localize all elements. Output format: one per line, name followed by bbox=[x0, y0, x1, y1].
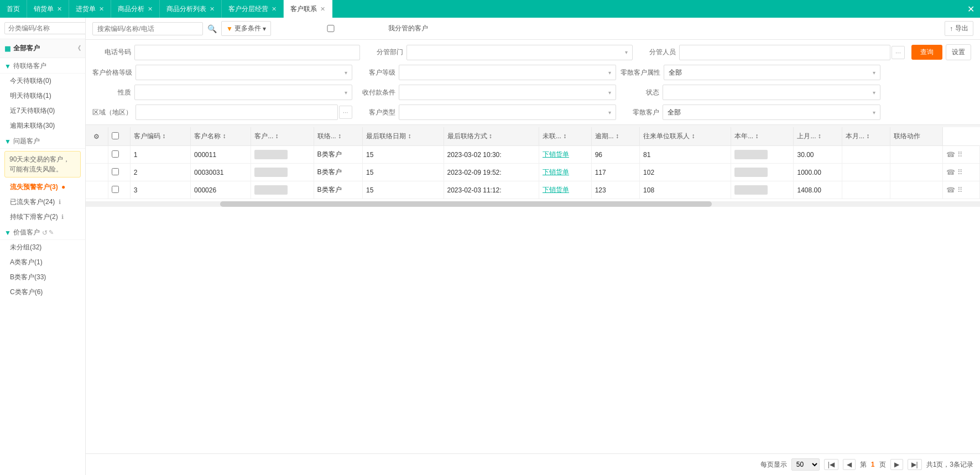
col-last-date[interactable]: 最后联络日期 ↕ bbox=[363, 127, 444, 146]
my-customers-check[interactable]: 我分管的客户 bbox=[275, 24, 428, 33]
row-last-date: 2023-02-03 11:12: bbox=[444, 181, 539, 199]
all-customers-header[interactable]: ▦ 全部客户 《 bbox=[0, 39, 85, 58]
col-last-method[interactable]: 最后联络方式 ↕ bbox=[444, 127, 539, 146]
more-conditions-btn[interactable]: ▼ 更多条件 ▾ bbox=[221, 21, 271, 36]
phone-input[interactable] bbox=[134, 45, 360, 60]
tab-customer-tier[interactable]: 客户分层经营 ✕ bbox=[222, 0, 284, 18]
region-ellipsis[interactable]: ··· bbox=[339, 106, 352, 119]
first-page-btn[interactable]: |◀ bbox=[824, 459, 838, 470]
sidebar-item-class-b[interactable]: B类客户(33) bbox=[0, 270, 85, 285]
col-settings[interactable]: ⚙ bbox=[86, 127, 108, 146]
col-overdue[interactable]: 逾期... ↕ bbox=[591, 127, 639, 146]
filter-zero-retail: 零散客户 全部 ▾ bbox=[621, 105, 880, 120]
manager-ellipsis[interactable]: ··· bbox=[892, 46, 905, 59]
action-more-icon[interactable]: ⠿ bbox=[957, 168, 963, 176]
tab-purchase-close[interactable]: ✕ bbox=[99, 6, 104, 13]
row-checkbox[interactable] bbox=[108, 164, 130, 181]
row-last-method[interactable]: 下销货单 bbox=[539, 181, 591, 199]
row-checkbox[interactable] bbox=[108, 181, 130, 199]
table-row: 1 000011 B类客户 15 2023-03-02 10:30: 下销货单 … bbox=[86, 146, 980, 164]
gender-select[interactable]: ▾ bbox=[134, 85, 352, 100]
filter-customer-type: 客户类型 ▾ bbox=[357, 105, 617, 120]
region-label: 区域（地区） bbox=[92, 108, 132, 117]
my-customers-checkbox[interactable] bbox=[275, 25, 386, 32]
col-last-month[interactable]: 上月... ↕ bbox=[794, 127, 842, 146]
zero-retail-select[interactable]: 全部 ▾ bbox=[663, 105, 880, 120]
customer-type-select[interactable]: ▾ bbox=[399, 105, 617, 120]
horizontal-scrollbar[interactable] bbox=[86, 201, 980, 207]
section-pending-contact[interactable]: ▼ 待联络客户 bbox=[0, 58, 85, 74]
tab-analysis-list[interactable]: 商品分析列表 ✕ bbox=[160, 0, 222, 18]
payment-select[interactable]: ▾ bbox=[399, 85, 617, 100]
tab-customer-contact[interactable]: 客户联系 ✕ bbox=[284, 0, 332, 18]
export-btn[interactable]: ↑ 导出 bbox=[945, 21, 973, 36]
row-last-method[interactable]: 下销货单 bbox=[539, 164, 591, 181]
sidebar-item-class-a[interactable]: A类客户(1) bbox=[0, 255, 85, 270]
row-this-month bbox=[890, 181, 943, 199]
col-checkbox[interactable] bbox=[108, 127, 130, 146]
section-problem-customers[interactable]: ▼ 问题客户 bbox=[0, 133, 85, 149]
filter-manager: 分管人员 ··· bbox=[637, 45, 905, 60]
sidebar-item-class-c[interactable]: C类客户(6) bbox=[0, 285, 85, 300]
query-button[interactable]: 查询 bbox=[911, 45, 942, 60]
col-this-year[interactable]: 本年... ↕ bbox=[731, 127, 794, 146]
prev-page-btn[interactable]: ◀ bbox=[843, 459, 856, 470]
action-phone-icon[interactable]: ☎ bbox=[946, 186, 955, 194]
tab-analysis-close[interactable]: ✕ bbox=[148, 6, 153, 13]
sidebar-item-declining[interactable]: 持续下滑客户(2) ℹ bbox=[0, 210, 85, 225]
row-checkbox[interactable] bbox=[108, 146, 130, 164]
col-name[interactable]: 客户名称 ↕ bbox=[191, 127, 251, 146]
tab-analysis-list-close[interactable]: ✕ bbox=[210, 6, 215, 13]
search-btn[interactable]: 🔍 bbox=[207, 24, 217, 33]
col-unit-contact[interactable]: 往来单位联系人 ↕ bbox=[640, 127, 731, 146]
row-last-method[interactable]: 下销货单 bbox=[539, 146, 591, 164]
col-contact[interactable]: 联络... ↕ bbox=[314, 127, 363, 146]
sidebar-item-ungrouped[interactable]: 未分组(32) bbox=[0, 240, 85, 255]
tab-sales-close[interactable]: ✕ bbox=[57, 6, 62, 13]
customer-level-select[interactable]: ▾ bbox=[399, 65, 617, 80]
action-phone-icon[interactable]: ☎ bbox=[946, 150, 955, 159]
sidebar-item-week-contact[interactable]: 近7天待联络(0) bbox=[0, 103, 85, 118]
region-select[interactable] bbox=[135, 105, 338, 120]
action-phone-icon[interactable]: ☎ bbox=[946, 168, 955, 176]
next-page-btn[interactable]: ▶ bbox=[890, 459, 903, 470]
col-this-month[interactable]: 本月... ↕ bbox=[842, 127, 890, 146]
col-type[interactable]: 客户... ↕ bbox=[251, 127, 314, 146]
action-more-icon[interactable]: ⠿ bbox=[957, 186, 963, 194]
row-code: 000011 bbox=[191, 146, 251, 164]
tab-sales[interactable]: 销货单 ✕ bbox=[27, 0, 69, 18]
edit-icon[interactable]: ✎ bbox=[49, 229, 54, 236]
tab-customer-contact-close[interactable]: ✕ bbox=[320, 6, 325, 13]
col-code[interactable]: 客户编码 ↕ bbox=[130, 127, 190, 146]
select-all-checkbox[interactable] bbox=[112, 132, 119, 139]
refresh-icon[interactable]: ↺ bbox=[42, 229, 48, 237]
sidebar-collapse-btn[interactable]: 《 bbox=[75, 44, 81, 53]
per-page-select[interactable]: 50 20 100 bbox=[791, 458, 820, 471]
action-more-icon[interactable]: ⠿ bbox=[957, 150, 963, 159]
tab-analysis[interactable]: 商品分析 ✕ bbox=[111, 0, 160, 18]
tab-purchase-label: 进货单 bbox=[76, 4, 96, 14]
price-level-select[interactable]: ▾ bbox=[135, 65, 352, 80]
sidebar-item-churned[interactable]: 已流失客户(24) ℹ bbox=[0, 195, 85, 210]
last-page-btn[interactable]: ▶| bbox=[908, 459, 922, 470]
sidebar-search-input[interactable] bbox=[4, 22, 86, 34]
sidebar-item-today-contact[interactable]: 今天待联络(0) bbox=[0, 74, 85, 88]
sidebar-item-tomorrow-contact[interactable]: 明天待联络(1) bbox=[0, 88, 85, 103]
zero-retail-attr-select[interactable]: 全部 ▾ bbox=[664, 65, 880, 80]
window-close-btn[interactable]: ✕ bbox=[967, 4, 980, 14]
col-action: 联络动作 bbox=[890, 127, 943, 146]
tab-purchase[interactable]: 进货单 ✕ bbox=[69, 0, 111, 18]
row-unit-contact bbox=[731, 181, 794, 199]
manager-select[interactable] bbox=[679, 45, 890, 60]
section-value-customers[interactable]: ▼ 价值客户 ↺ ✎ bbox=[0, 225, 85, 240]
col-uncontacted[interactable]: 未联... ↕ bbox=[539, 127, 591, 146]
sidebar-item-overdue-contact[interactable]: 逾期未联络(30) bbox=[0, 118, 85, 133]
dept-select[interactable]: ▾ bbox=[406, 45, 632, 60]
row-name bbox=[251, 146, 314, 164]
settings-button[interactable]: 设置 bbox=[946, 44, 971, 60]
sidebar-item-churn-warning[interactable]: 流失预警客户(3) ● bbox=[0, 180, 85, 195]
tab-home[interactable]: 首页 bbox=[0, 0, 27, 18]
status-select[interactable]: ▾ bbox=[663, 85, 880, 100]
tab-customer-tier-close[interactable]: ✕ bbox=[272, 6, 277, 13]
search-input[interactable] bbox=[92, 22, 203, 35]
